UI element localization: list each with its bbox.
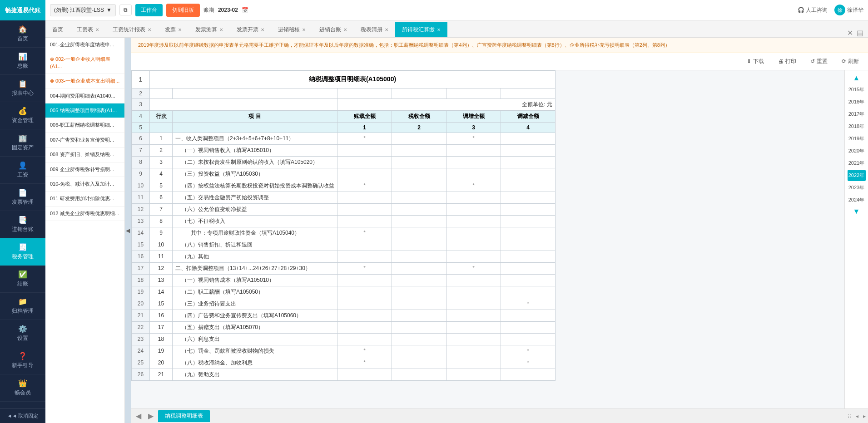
- tab-close[interactable]: ✕: [148, 27, 151, 32]
- year-2021[interactable]: 2021年: [848, 157, 866, 169]
- tab-income-tax[interactable]: 所得税汇算缴✕: [395, 22, 447, 37]
- table-row: 21 16 （四）广告费和业务宣传费支出（填写A105060）: [132, 310, 556, 321]
- tab-payroll-report[interactable]: 工资统计报表✕: [106, 22, 158, 37]
- year-2015[interactable]: 2015年: [848, 84, 866, 95]
- salesledger-icon: 📑: [18, 216, 27, 224]
- table-row: 2: [132, 88, 556, 98]
- left-panel-item-005[interactable]: 005-纳税调整项目明细表(A1...: [45, 103, 124, 118]
- sidebar-item-ledger[interactable]: 📊 总账: [0, 48, 45, 75]
- tab-close[interactable]: ✕: [219, 27, 223, 32]
- bottom-tab-tax-adjust[interactable]: 纳税调整明细表: [158, 410, 210, 422]
- left-panel-item-003[interactable]: ⊗ 003-一般企业成本支出明细...: [45, 74, 124, 89]
- year-2019[interactable]: 2019年: [848, 133, 866, 144]
- sidebar-item-close[interactable]: ✅ 结账: [0, 266, 45, 293]
- sidebar-item-label: 固定资产: [12, 144, 34, 152]
- left-panel-item-001[interactable]: 001-企业所得税年度纳税申...: [45, 38, 124, 52]
- left-panel-item-012[interactable]: 012-减免企业所得税优惠明细...: [45, 207, 124, 221]
- close-window-icon[interactable]: ✕: [847, 29, 853, 37]
- avatar: 徐: [834, 5, 845, 15]
- sidebar-item-assets[interactable]: 🏢 固定资产: [0, 129, 45, 157]
- year-sidebar: ▲ 2015年 2016年 2017年 2018年 2019年 2020年 20…: [844, 70, 868, 409]
- more-tabs-icon[interactable]: ▤: [857, 29, 863, 37]
- table-row: 16 11 （九）其他: [132, 251, 556, 262]
- sidebar-item-label: 归档管理: [12, 307, 34, 315]
- tab-home[interactable]: 首页: [45, 22, 70, 37]
- tab-close[interactable]: ✕: [343, 27, 347, 32]
- year-2017[interactable]: 2017年: [848, 108, 866, 120]
- sidebar-item-vip[interactable]: 👑 畅会员: [0, 374, 45, 402]
- copy-icon-button[interactable]: ⧉: [119, 5, 132, 15]
- year-2018[interactable]: 2018年: [848, 121, 866, 132]
- download-button[interactable]: ⬇ 下载: [743, 56, 768, 67]
- tab-sales-check[interactable]: 进销稽核✕: [271, 22, 312, 37]
- left-panel-item-002[interactable]: ⊗ 002-一般企业收入明细表(A1...: [45, 52, 124, 74]
- tab-payroll[interactable]: 工资表✕: [70, 22, 106, 37]
- tab-close[interactable]: ✕: [178, 27, 182, 32]
- year-up-icon[interactable]: ▲: [852, 73, 862, 84]
- sidebar-item-tax[interactable]: 🧾 税务管理: [0, 238, 45, 266]
- unpin-button[interactable]: ◄◄ 取消固定: [0, 408, 45, 423]
- sidebar-item-salesledger[interactable]: 📑 进销台账: [0, 211, 45, 238]
- sidebar-item-label: 报表中心: [12, 89, 34, 97]
- left-panel-item-006[interactable]: 006-职工薪酬纳税调整明细...: [45, 118, 124, 133]
- table-row: 25 20 （八）税收滞纳金、加收利息 * *: [132, 357, 556, 369]
- sidebar-item-label: 税务管理: [12, 253, 34, 261]
- sidebar-item-payroll[interactable]: 👤 工资: [0, 157, 45, 184]
- tab-scroll-left-icon[interactable]: ◀: [134, 412, 144, 420]
- left-panel-item-009[interactable]: 009-企业所得税弥补亏损明...: [45, 162, 124, 177]
- year-2024[interactable]: 2024年: [848, 194, 866, 206]
- sidebar-item-reports[interactable]: 📋 报表中心: [0, 75, 45, 102]
- print-button[interactable]: 🖨 打印: [774, 56, 800, 67]
- left-panel-item-007[interactable]: 007-广告费和业务宣传费明...: [45, 133, 124, 148]
- payroll-icon: 👤: [18, 161, 27, 170]
- tab-scroll-right-icon[interactable]: ▶: [146, 412, 156, 420]
- left-panel-item-011[interactable]: 011-研发费用加计扣除优惠...: [45, 192, 124, 206]
- table-row: 18 13 （一）视同销售成本（填写A105010）: [132, 274, 556, 286]
- tab-invoice[interactable]: 发票✕: [158, 22, 188, 37]
- reset-icon: ↺: [810, 58, 815, 64]
- left-panel-item-004[interactable]: 004-期间费用明细表(A1040...: [45, 89, 124, 103]
- sheet-scroll-area[interactable]: 1 纳税调整项目明细表(A105000) 2 3: [131, 70, 844, 409]
- topbar-right: 🎧 人工咨询 徐 徐泽华: [798, 5, 863, 15]
- year-2023[interactable]: 2023年: [848, 182, 866, 193]
- unit-label: 全额单位: 元: [337, 98, 556, 110]
- workbench-button[interactable]: 工作台: [135, 4, 163, 16]
- sidebar-item-finance[interactable]: 💰 资金管理: [0, 102, 45, 129]
- tab-close[interactable]: ✕: [302, 27, 306, 32]
- old-version-button[interactable]: 切到旧版: [166, 4, 200, 17]
- scroll-right-arrow[interactable]: ▸: [863, 413, 866, 419]
- year-down-icon[interactable]: ▼: [852, 206, 862, 217]
- collapse-handle[interactable]: ◀: [125, 38, 131, 423]
- support-button[interactable]: 🎧 人工咨询: [798, 6, 828, 14]
- period-value: 2023-02: [218, 7, 238, 13]
- tab-sales-ledger[interactable]: 进销台账✕: [312, 22, 354, 37]
- scroll-left-arrow[interactable]: ◂: [856, 413, 858, 419]
- tab-tax-list[interactable]: 税表清册✕: [354, 22, 395, 37]
- tab-invoice-calc[interactable]: 发票测算✕: [188, 22, 230, 37]
- reset-button[interactable]: ↺ 重置: [807, 56, 831, 67]
- user-menu[interactable]: 徐 徐泽华: [834, 5, 863, 15]
- year-2022[interactable]: 2022年: [848, 170, 866, 181]
- tab-invoice-issue[interactable]: 发票开票✕: [230, 22, 271, 37]
- tab-close[interactable]: ✕: [385, 27, 388, 32]
- company-selector[interactable]: (勿删) 江西股堂-LSS ▼: [50, 4, 116, 16]
- tab-close[interactable]: ✕: [437, 27, 441, 32]
- year-2016[interactable]: 2016年: [848, 96, 866, 108]
- left-panel-item-010[interactable]: 010-免税、减计收入及加计...: [45, 177, 124, 192]
- refresh-icon: ⟳: [842, 58, 846, 64]
- tab-close[interactable]: ✕: [261, 27, 264, 32]
- sidebar-item-invoice[interactable]: 📄 发票管理: [0, 184, 45, 211]
- left-panel: 001-企业所得税年度纳税申... ⊗ 002-一般企业收入明细表(A1... …: [45, 38, 125, 423]
- sidebar-item-guide[interactable]: ❓ 新手引导: [0, 347, 45, 374]
- chevron-down-icon: ▼: [106, 7, 112, 13]
- sidebar-item-archive[interactable]: 📁 归档管理: [0, 293, 45, 320]
- refresh-button[interactable]: ⟳ 刷新: [838, 56, 863, 67]
- sidebar-item-settings[interactable]: ⚙️ 设置: [0, 320, 45, 347]
- year-2020[interactable]: 2020年: [848, 145, 866, 157]
- tab-close[interactable]: ✕: [95, 27, 99, 32]
- left-panel-item-008[interactable]: 008-资产折旧、摊销及纳税...: [45, 148, 124, 162]
- table-row: 7 2 （一）视同销售收入（填写A105010）: [132, 144, 556, 156]
- calendar-icon[interactable]: 📅: [242, 7, 248, 13]
- table-row: 23 18 （六）利息支出: [132, 333, 556, 345]
- sidebar-item-home[interactable]: 🏠 首页: [0, 20, 45, 48]
